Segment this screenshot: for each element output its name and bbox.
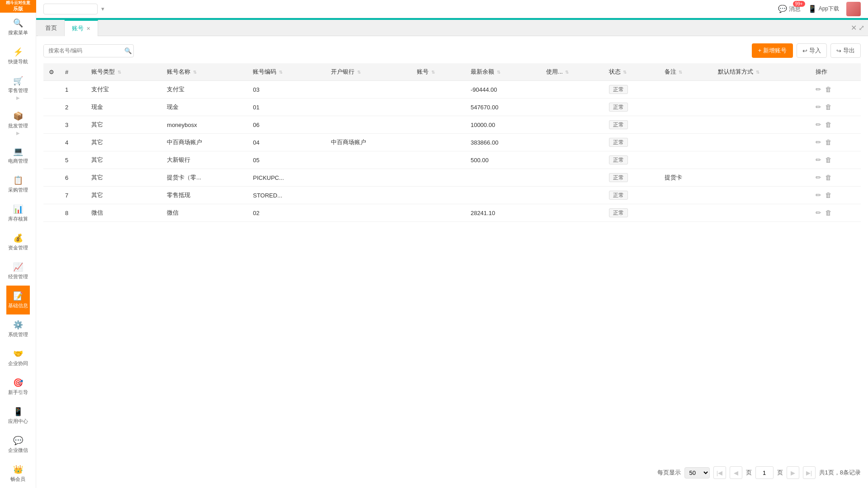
row-name-5: 提货卡（零... <box>161 169 247 187</box>
sidebar-item-retail-mgmt[interactable]: 🛒 零售管理 ▶ <box>6 70 30 106</box>
app-icon: 📱 <box>808 5 817 13</box>
sidebar-item-search-menu[interactable]: 🔍 搜索菜单 <box>6 13 30 42</box>
page-first-btn[interactable]: |◀ <box>713 466 726 479</box>
page-input[interactable] <box>755 466 774 479</box>
col-type[interactable]: 账号类型 ⇅ <box>86 63 161 81</box>
table-row: 2 现金 现金 01 547670.00 正常 ✏ 🗑 <box>43 99 861 116</box>
sidebar-item-ops-mgmt[interactable]: 📈 经营管理 <box>6 257 30 286</box>
status-badge-7: 正常 <box>609 208 628 217</box>
message-btn[interactable]: 💬 消息 99+ <box>778 5 801 13</box>
row-action-2: ✏ 🗑 <box>810 116 861 134</box>
tab-close-all[interactable]: ✕ <box>851 23 857 32</box>
col-index: # <box>60 63 86 81</box>
delete-icon-4[interactable]: 🗑 <box>825 156 832 164</box>
row-balance-0: -90444.00 <box>465 81 541 99</box>
ops-mgmt-label: 经营管理 <box>8 273 28 280</box>
edit-icon-0[interactable]: ✏ <box>816 85 821 94</box>
edit-icon-4[interactable]: ✏ <box>816 156 821 164</box>
col-bank[interactable]: 开户银行 ⇅ <box>326 63 411 81</box>
col-balance[interactable]: 最新余额 ⇅ <box>465 63 541 81</box>
row-bank-7 <box>326 204 411 222</box>
page-next-btn[interactable]: ▶ <box>787 466 799 479</box>
sidebar-item-inventory-check[interactable]: 📊 库存核算 <box>6 199 30 228</box>
edit-icon-7[interactable]: ✏ <box>816 209 821 217</box>
row-index-6: 7 <box>60 187 86 204</box>
sidebar-item-capital-mgmt[interactable]: 💰 资金管理 <box>6 228 30 257</box>
delete-icon-1[interactable]: 🗑 <box>825 103 832 111</box>
page-prev-btn[interactable]: ◀ <box>730 466 742 479</box>
col-name[interactable]: 账号名称 ⇅ <box>161 63 247 81</box>
row-type-6: 其它 <box>86 187 161 204</box>
sort-bank-icon: ⇅ <box>357 70 361 75</box>
sidebar-item-system-mgmt[interactable]: ⚙️ 系统管理 <box>6 314 30 343</box>
table-container: ⚙ # 账号类型 ⇅ 账号名称 ⇅ 账号编码 ⇅ 开户银行 ⇅ 账号 ⇅ 最新余… <box>43 63 861 459</box>
user-avatar[interactable] <box>846 2 861 16</box>
action-icons-6: ✏ 🗑 <box>816 191 855 199</box>
sidebar-item-vip-member[interactable]: 👑 畅会员 <box>6 459 30 488</box>
action-icons-5: ✏ 🗑 <box>816 174 855 182</box>
edit-icon-5[interactable]: ✏ <box>816 174 821 182</box>
action-icons-0: ✏ 🗑 <box>816 85 855 94</box>
sidebar-item-basic-info[interactable]: 📝 基础信息 <box>6 286 30 314</box>
tab-close-account[interactable]: ✕ <box>86 26 90 32</box>
export-button[interactable]: ↪ 导出 <box>830 43 861 58</box>
row-index-2: 3 <box>60 116 86 134</box>
row-type-3: 其它 <box>86 134 161 151</box>
row-remark-4 <box>659 151 713 169</box>
sidebar-item-purchase-mgmt[interactable]: 📋 采购管理 <box>6 170 30 199</box>
sidebar-item-enterprise-wechat[interactable]: 💬 企业微信 <box>6 430 30 459</box>
edit-icon-2[interactable]: ✏ <box>816 121 821 129</box>
col-account[interactable]: 账号 ⇅ <box>411 63 465 81</box>
sidebar-item-quick-nav[interactable]: ⚡ 快捷导航 <box>6 42 30 70</box>
delete-icon-0[interactable]: 🗑 <box>825 85 832 94</box>
status-badge-5: 正常 <box>609 173 628 182</box>
col-code[interactable]: 账号编码 ⇅ <box>247 63 326 81</box>
tab-home[interactable]: 首页 <box>38 20 65 36</box>
action-icons-3: ✏ 🗑 <box>816 138 855 146</box>
col-remark[interactable]: 备注 ⇅ <box>659 63 713 81</box>
row-settings-4 <box>43 151 60 169</box>
col-settings[interactable]: ⚙ <box>43 63 60 81</box>
delete-icon-3[interactable]: 🗑 <box>825 138 832 146</box>
header-dropdown-arrow[interactable]: ▾ <box>101 5 104 12</box>
row-account-3 <box>411 134 465 151</box>
col-default-settle[interactable]: 默认结算方式 ⇅ <box>712 63 810 81</box>
page-last-btn[interactable]: ▶| <box>803 466 816 479</box>
ecommerce-mgmt-icon: 💻 <box>13 146 23 156</box>
delete-icon-5[interactable]: 🗑 <box>825 174 832 182</box>
sort-type-icon: ⇅ <box>118 70 121 75</box>
message-icon: 💬 <box>778 5 787 13</box>
sidebar-item-enterprise-collab[interactable]: 🤝 企业协同 <box>6 343 30 372</box>
edit-icon-6[interactable]: ✏ <box>816 191 821 199</box>
row-account-5 <box>411 169 465 187</box>
row-balance-3: 383866.00 <box>465 134 541 151</box>
per-page-select[interactable]: 50 100 <box>684 467 710 479</box>
header-right: 💬 消息 99+ 📱 App下载 <box>778 2 861 16</box>
sidebar-item-app-center[interactable]: 📱 应用中心 <box>6 401 30 430</box>
sidebar-item-ecommerce-mgmt[interactable]: 💻 电商管理 <box>6 141 30 170</box>
delete-icon-2[interactable]: 🗑 <box>825 121 832 129</box>
sidebar-item-newbie-guide[interactable]: 🎯 新手引导 <box>6 372 30 401</box>
row-balance-1: 547670.00 <box>465 99 541 116</box>
delete-icon-6[interactable]: 🗑 <box>825 191 832 199</box>
tab-account[interactable]: 账号✕ <box>65 20 98 36</box>
app-download-btn[interactable]: 📱 App下载 <box>808 5 839 13</box>
search-input[interactable] <box>44 45 121 56</box>
edit-icon-1[interactable]: ✏ <box>816 103 821 111</box>
import-button[interactable]: ↩ 导入 <box>797 43 827 58</box>
row-usage-7 <box>541 204 604 222</box>
newbie-guide-label: 新手引导 <box>8 389 28 396</box>
col-status[interactable]: 状态 ⇅ <box>604 63 659 81</box>
sidebar-item-wholesale-mgmt[interactable]: 📦 批发管理 ▶ <box>6 106 30 141</box>
per-page-label: 每页显示 <box>657 469 681 477</box>
header-search-input[interactable] <box>43 4 98 14</box>
table-row: 8 微信 微信 02 28241.10 正常 ✏ 🗑 <box>43 204 861 222</box>
delete-icon-7[interactable]: 🗑 <box>825 209 832 217</box>
col-usage[interactable]: 使用... ⇅ <box>541 63 604 81</box>
search-button[interactable]: 🔍 <box>121 45 134 57</box>
row-usage-6 <box>541 187 604 204</box>
tab-expand[interactable]: ⤢ <box>859 23 864 32</box>
edit-icon-3[interactable]: ✏ <box>816 138 821 146</box>
row-action-6: ✏ 🗑 <box>810 187 861 204</box>
new-account-button[interactable]: + 新增账号 <box>752 43 793 58</box>
